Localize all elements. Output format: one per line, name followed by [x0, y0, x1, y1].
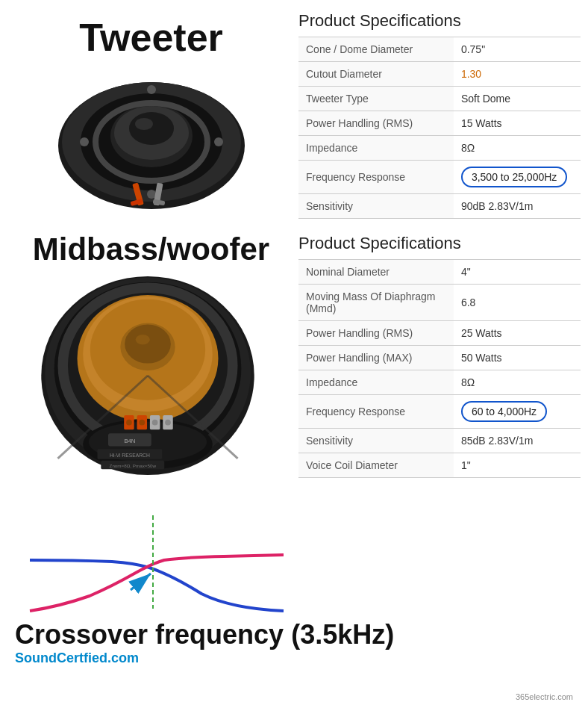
- spec-label: Voice Coil Diameter: [298, 453, 454, 478]
- spec-label: Nominal Diameter: [298, 260, 454, 285]
- tweeter-image: [47, 67, 256, 217]
- spec-label: Power Handling (MAX): [298, 346, 454, 370]
- spec-label: Power Handling (RMS): [298, 321, 454, 346]
- svg-point-9: [214, 137, 223, 146]
- svg-point-43: [165, 420, 171, 426]
- svg-point-10: [147, 85, 156, 94]
- spec-label: Impedance: [298, 370, 454, 395]
- table-row: Cutout Diameter1.30: [298, 62, 581, 87]
- tweeter-specs-title: Product Specifications: [298, 11, 581, 31]
- spec-label: Tweeter Type: [298, 87, 454, 111]
- svg-point-8: [80, 137, 89, 146]
- spec-label: Impedance: [298, 136, 454, 161]
- spec-label: Frequency Response: [298, 395, 454, 429]
- crossover-content: Crossover frequency (3.5kHz) SoundCertfi…: [15, 508, 573, 666]
- woofer-image: B4N Hi-Vi RESEARCH Znom=8Ω, Pmax=50w: [36, 275, 267, 476]
- spec-value: 4": [454, 260, 581, 285]
- table-row: Nominal Diameter4": [298, 260, 581, 285]
- table-row: Power Handling (RMS)15 Watts: [298, 111, 581, 136]
- spec-label: Sensitivity: [298, 194, 454, 219]
- table-row: Impedance8Ω: [298, 136, 581, 161]
- svg-point-6: [135, 118, 153, 130]
- spec-value: 15 Watts: [454, 111, 581, 136]
- tweeter-specs-table: Cone / Dome Diameter0.75"Cutout Diameter…: [298, 37, 581, 219]
- table-row: Sensitivity90dB 2.83V/1m: [298, 194, 581, 219]
- svg-point-24: [125, 325, 171, 364]
- table-row: Power Handling (RMS)25 Watts: [298, 321, 581, 346]
- svg-text:B4N: B4N: [124, 438, 135, 444]
- spec-value: 1": [454, 453, 581, 478]
- crossover-title: Crossover frequency (3.5kHz): [15, 619, 573, 650]
- spec-label: Power Handling (RMS): [298, 111, 454, 136]
- spec-value: 60 to 4,000Hz: [454, 395, 581, 429]
- svg-point-25: [135, 335, 149, 345]
- svg-point-40: [126, 420, 132, 426]
- spec-label: Moving Mass Of Diaphragm (Mmd): [298, 285, 454, 321]
- spec-value: 85dB 2.83V/1m: [454, 429, 581, 453]
- table-row: Power Handling (MAX)50 Watts: [298, 346, 581, 370]
- attribution-label: 365electric.com: [516, 692, 573, 701]
- table-row: Cone / Dome Diameter0.75": [298, 37, 581, 62]
- table-row: Sensitivity85dB 2.83V/1m: [298, 429, 581, 453]
- spec-value: 3,500 to 25,000Hz: [454, 161, 581, 194]
- left-panel: Tweeter: [0, 0, 295, 500]
- table-row: Tweeter TypeSoft Dome: [298, 87, 581, 111]
- spec-value: 90dB 2.83V/1m: [454, 194, 581, 219]
- spec-value: 25 Watts: [454, 321, 581, 346]
- spec-value: 50 Watts: [454, 346, 581, 370]
- svg-line-47: [131, 574, 151, 590]
- spec-label: Sensitivity: [298, 429, 454, 453]
- midbass-specs-title: Product Specifications: [298, 234, 581, 253]
- spec-value: 1.30: [454, 62, 581, 87]
- spec-label: Cutout Diameter: [298, 62, 454, 87]
- svg-point-41: [139, 420, 145, 426]
- spec-value: Soft Dome: [454, 87, 581, 111]
- midbass-specs-table: Nominal Diameter4"Moving Mass Of Diaphra…: [298, 259, 581, 478]
- svg-text:Znom=8Ω, Pmax=50w: Znom=8Ω, Pmax=50w: [109, 463, 156, 468]
- table-row: Impedance8Ω: [298, 370, 581, 395]
- spec-value: 8Ω: [454, 136, 581, 161]
- table-row: Frequency Response3,500 to 25,000Hz: [298, 161, 581, 194]
- right-panel: Product Specifications Cone / Dome Diame…: [295, 0, 588, 500]
- table-row: Moving Mass Of Diaphragm (Mmd)6.8: [298, 285, 581, 321]
- spec-value: 0.75": [454, 37, 581, 62]
- svg-text:Hi-Vi RESEARCH: Hi-Vi RESEARCH: [109, 453, 149, 458]
- svg-point-5: [129, 112, 174, 145]
- svg-point-42: [151, 420, 157, 426]
- main-layout: Tweeter: [0, 0, 588, 500]
- crossover-section: Crossover frequency (3.5kHz) SoundCertfi…: [0, 500, 588, 674]
- spec-value: 8Ω: [454, 370, 581, 395]
- spec-label: Cone / Dome Diameter: [298, 37, 454, 62]
- crossover-diagram: [15, 508, 298, 612]
- soundcertified-label: SoundCertfied.com: [15, 650, 573, 666]
- spec-label: Frequency Response: [298, 161, 454, 194]
- tweeter-title: Tweeter: [15, 15, 287, 60]
- midbass-title: Midbass/woofer: [15, 232, 287, 267]
- spec-value: 6.8: [454, 285, 581, 321]
- table-row: Voice Coil Diameter1": [298, 453, 581, 478]
- table-row: Frequency Response60 to 4,000Hz: [298, 395, 581, 429]
